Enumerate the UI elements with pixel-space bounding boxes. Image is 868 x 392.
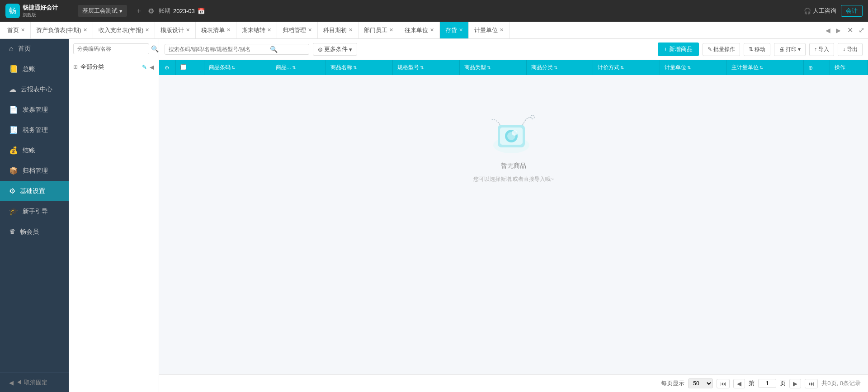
tab-close-icon[interactable]: ✕ — [308, 27, 312, 33]
page-size-label: 每页显示 — [661, 379, 684, 387]
sort-button[interactable]: 计价方式 ⇅ — [598, 64, 624, 71]
tab-close-icon[interactable]: ✕ — [145, 27, 149, 33]
page-prev-button[interactable]: ◀ — [733, 379, 745, 388]
category-search-input[interactable] — [73, 43, 149, 54]
tab-税表清单[interactable]: 税表清单✕ — [196, 22, 236, 38]
sort-button[interactable]: 商品名称 ⇅ — [330, 64, 357, 71]
sidebar-item-云报表中心[interactable]: ☁ 云报表中心 — [0, 79, 69, 99]
nav-icon: 📦 — [9, 166, 18, 175]
content-area: 🔍 ⊞ 全部分类 ✎ ◀ 🔍 — [69, 39, 868, 392]
tab-close-icon[interactable]: ✕ — [500, 27, 504, 33]
sidebar-item-发票管理[interactable]: 📄 发票管理 — [0, 99, 69, 120]
sidebar-item-归档管理[interactable]: 📦 归档管理 — [0, 161, 69, 181]
empty-title: 暂无商品 — [501, 162, 526, 170]
tab-科目期初[interactable]: 科目期初✕ — [318, 22, 359, 38]
tab-资产负债表(中期)[interactable]: 资产负债表(中期)✕ — [31, 22, 93, 38]
page-number-input[interactable] — [758, 379, 776, 388]
col-header-4[interactable]: 商品名称 ⇅ — [326, 60, 393, 75]
page-size-select[interactable]: 50 10 20 100 — [688, 378, 713, 388]
maximize-icon[interactable]: ⤢ — [857, 26, 866, 34]
tab-close-icon[interactable]: ✕ — [267, 27, 271, 33]
tab-close-icon[interactable]: ✕ — [226, 27, 231, 33]
page-next-button[interactable]: ▶ — [789, 379, 801, 388]
settings-icon[interactable]: ⚙ — [148, 7, 154, 15]
sidebar-item-总账[interactable]: 📒 总账 — [0, 59, 69, 79]
product-table: ⚙ 商品条码 ⇅ 商品... ⇅ 商品名称 ⇅ 规格型号 ⇅ 商品类型 ⇅ 商品… — [159, 60, 868, 219]
sort-button[interactable]: 商品类型 ⇅ — [464, 64, 491, 71]
tab-nav-right[interactable]: ▶ — [833, 22, 844, 38]
tab-close-icon[interactable]: ✕ — [83, 27, 87, 33]
tab-首页[interactable]: 首页✕ — [2, 22, 31, 38]
tab-close-icon[interactable]: ✕ — [389, 27, 393, 33]
empty-illustration — [486, 111, 541, 156]
sidebar-item-结账[interactable]: 💰 结账 — [0, 140, 69, 161]
sort-button[interactable]: 规格型号 ⇅ — [397, 64, 424, 71]
empty-state: 暂无商品 您可以选择新增,或者直接导入哦~ — [159, 75, 868, 219]
tab-label: 科目期初 — [323, 26, 347, 34]
sidebar-item-基础设置[interactable]: ⚙ 基础设置 — [0, 181, 69, 201]
sort-button[interactable]: 计量单位 ⇅ — [665, 64, 691, 71]
tab-close-icon[interactable]: ✕ — [430, 27, 434, 33]
more-filters-button[interactable]: ⊜ 更多条件 ▾ — [313, 43, 357, 56]
print-icon: 🖨 — [779, 46, 784, 52]
col-header-6[interactable]: 商品类型 ⇅ — [459, 60, 526, 75]
account-badge[interactable]: 会计 — [841, 5, 863, 17]
sort-button[interactable]: 主计量单位 ⇅ — [731, 64, 763, 71]
tab-往来单位[interactable]: 往来单位✕ — [399, 22, 440, 38]
move-button[interactable]: ⇅ 移动 — [744, 43, 770, 56]
collapse-panel-icon[interactable]: ◀ — [150, 64, 154, 71]
col-header-3[interactable]: 商品... ⇅ — [271, 60, 326, 75]
sidebar-item-新手引导[interactable]: 🎓 新手引导 — [0, 201, 69, 222]
table-header-row: ⚙ 商品条码 ⇅ 商品... ⇅ 商品名称 ⇅ 规格型号 ⇅ 商品类型 ⇅ 商品… — [159, 60, 868, 75]
tab-存货[interactable]: 存货✕ — [440, 22, 469, 38]
cancel-pin-button[interactable]: ◀ ◀ 取消固定 — [0, 373, 69, 392]
product-search-input[interactable] — [169, 46, 268, 52]
tab-nav-left[interactable]: ◀ — [823, 22, 833, 38]
sidebar-item-畅会员[interactable]: ♛ 畅会员 — [0, 222, 69, 242]
col-header-7[interactable]: 商品分类 ⇅ — [526, 60, 593, 75]
tab-close-icon[interactable]: ✕ — [186, 27, 190, 33]
period-area: 账期 2023-03 📅 — [159, 7, 205, 15]
calendar-icon[interactable]: 📅 — [198, 8, 205, 14]
add-product-button[interactable]: + 新增商品 — [658, 43, 699, 56]
search-icon[interactable]: 🔍 — [270, 46, 278, 53]
tab-计量单位[interactable]: 计量单位✕ — [469, 22, 509, 38]
select-all-checkbox[interactable] — [180, 64, 186, 70]
import-button[interactable]: ↑ 导入 — [809, 43, 834, 56]
tab-收入支出表(年报)[interactable]: 收入支出表(年报)✕ — [93, 22, 156, 38]
tab-close-icon[interactable]: ✕ — [349, 27, 353, 33]
sort-button[interactable]: 商品条码 ⇅ — [209, 64, 235, 71]
page-first-button[interactable]: ⏮ — [717, 379, 730, 388]
ai-consult-button[interactable]: 🎧 人工咨询 — [804, 7, 836, 15]
tab-归档管理[interactable]: 归档管理✕ — [277, 22, 318, 38]
export-button[interactable]: ↓ 导出 — [838, 43, 863, 56]
tab-期末结转[interactable]: 期末结转✕ — [236, 22, 277, 38]
edit-category-icon[interactable]: ✎ — [142, 64, 147, 71]
col-header-5[interactable]: 规格型号 ⇅ — [393, 60, 460, 75]
close-tab-icon[interactable]: ✕ — [845, 26, 855, 34]
batch-operation-button[interactable]: ✎ 批量操作 — [703, 43, 740, 56]
import-icon: ↑ — [814, 46, 817, 52]
tab-模版设计[interactable]: 模版设计✕ — [155, 22, 196, 38]
logo-text: 畅捷通好会计 旗舰版 — [23, 4, 58, 18]
tab-部门员工[interactable]: 部门员工✕ — [359, 22, 399, 38]
page-last-button[interactable]: ⏭ — [805, 379, 818, 388]
add-icon[interactable]: ＋ — [135, 6, 142, 16]
tab-close-icon[interactable]: ✕ — [459, 27, 463, 33]
col-header-2[interactable]: 商品条码 ⇅ — [204, 60, 271, 75]
sidebar-item-税务管理[interactable]: 🧾 税务管理 — [0, 120, 69, 140]
sidebar-item-首页[interactable]: ⌂ 首页 — [0, 39, 69, 59]
col-header-9[interactable]: 计量单位 ⇅ — [660, 60, 726, 75]
sort-button[interactable]: 商品分类 ⇅ — [531, 64, 557, 71]
print-button[interactable]: 🖨 打印 ▾ — [774, 43, 806, 56]
col-header-0: ⚙ — [159, 60, 175, 75]
category-search-icon[interactable]: 🔍 — [151, 45, 159, 52]
all-categories-item[interactable]: ⊞ 全部分类 ✎ ◀ — [69, 59, 159, 75]
nav-label: 发票管理 — [23, 106, 48, 114]
sort-button[interactable]: 商品... ⇅ — [276, 64, 296, 71]
col-header-8[interactable]: 计价方式 ⇅ — [593, 60, 660, 75]
col-header-10[interactable]: 主计量单位 ⇅ — [726, 60, 803, 75]
tab-close-icon[interactable]: ✕ — [21, 27, 25, 33]
nav-label: 税务管理 — [23, 126, 48, 134]
company-selector[interactable]: 基层工会测试 ▾ — [78, 5, 127, 17]
